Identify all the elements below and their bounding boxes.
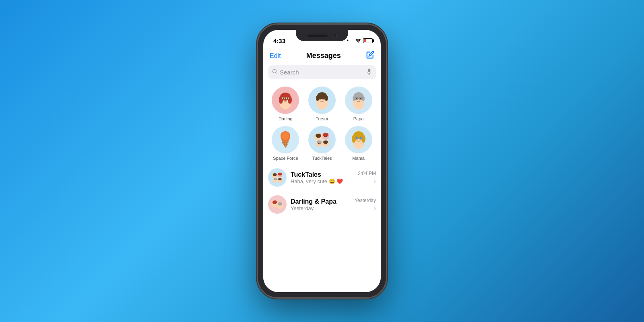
pinned-contacts-row1: Darling <box>263 85 381 124</box>
pinned-contact-trevor[interactable]: Trevor <box>306 87 338 121</box>
svg-point-50 <box>318 137 320 138</box>
side-button-power <box>386 89 388 117</box>
svg-point-54 <box>326 136 327 137</box>
pinned-contact-spaceforce[interactable]: Space Force <box>269 126 301 161</box>
svg-point-62 <box>326 143 327 144</box>
status-time: 4:33 <box>273 37 285 44</box>
svg-point-61 <box>324 143 325 144</box>
svg-point-52 <box>323 133 328 137</box>
conv-name-tucktales: TuckTales <box>291 171 354 178</box>
notch <box>296 30 348 41</box>
svg-point-0 <box>273 70 277 73</box>
contact-name-mama: Mama <box>352 156 365 161</box>
avatar-mama <box>345 126 372 153</box>
contact-name-spaceforce: Space Force <box>273 156 298 161</box>
svg-point-58 <box>319 143 320 144</box>
svg-point-80 <box>274 178 277 180</box>
messages-header: Edit Messages <box>263 47 381 65</box>
svg-point-12 <box>283 97 284 99</box>
front-camera <box>334 34 337 37</box>
svg-point-24 <box>323 98 325 100</box>
conv-preview-darling-papa: Yesterday <box>291 205 351 211</box>
microphone-icon <box>367 68 372 76</box>
svg-point-85 <box>272 200 277 204</box>
speaker <box>308 35 328 37</box>
svg-point-69 <box>355 137 357 139</box>
messages-app: Edit Messages <box>263 47 381 292</box>
svg-point-78 <box>278 173 282 175</box>
svg-point-82 <box>278 178 282 180</box>
svg-rect-1 <box>368 68 370 72</box>
conversation-darling-papa[interactable]: Darling & Papa Yesterday Yesterday › <box>268 191 376 218</box>
edit-button[interactable]: Edit <box>270 52 281 60</box>
svg-point-35 <box>360 98 361 99</box>
svg-point-56 <box>317 140 322 144</box>
svg-point-48 <box>316 134 321 138</box>
battery-icon <box>363 38 373 43</box>
wifi-svg-icon <box>355 39 361 43</box>
pinned-contact-mama[interactable]: Mama <box>343 126 375 161</box>
svg-point-21 <box>316 95 319 101</box>
conv-name-darling-papa: Darling & Papa <box>291 198 351 205</box>
svg-point-46 <box>310 127 334 152</box>
pinned-contact-darling[interactable]: Darling <box>269 87 301 121</box>
svg-point-49 <box>317 137 318 138</box>
messages-title: Messages <box>306 52 341 60</box>
conv-time-tucktales: 3:04 PM <box>358 171 376 176</box>
avatar-darling <box>272 87 299 114</box>
svg-point-57 <box>318 143 319 144</box>
conv-meta-tucktales: 3:04 PM › <box>358 171 376 184</box>
wifi-icon: • <box>347 37 353 44</box>
contact-name-darling: Darling <box>279 116 293 121</box>
svg-point-53 <box>324 136 325 137</box>
svg-point-74 <box>268 169 286 186</box>
svg-point-87 <box>278 202 282 206</box>
conv-avatar-darling-papa <box>268 195 287 214</box>
search-bar[interactable]: Search <box>268 65 376 79</box>
phone-screen: 4:33 ···· • <box>263 30 381 292</box>
contact-name-tucktales: TuckTales <box>312 156 332 161</box>
avatar-trevor <box>308 87 336 114</box>
avatar-spaceforce <box>272 126 299 153</box>
conv-body-darling-papa: Darling & Papa Yesterday <box>291 198 351 211</box>
search-icon <box>272 69 277 75</box>
phone-body: 4:33 ···· • <box>258 24 386 298</box>
conv-body-tucktales: TuckTales Haha, very cute 😄 ❤️ <box>291 171 354 184</box>
avatar-papa <box>345 87 372 114</box>
compose-button[interactable] <box>366 51 374 61</box>
svg-point-13 <box>287 97 288 99</box>
conv-preview-tucktales: Haha, very cute 😄 ❤️ <box>291 178 354 184</box>
pinned-contact-papa[interactable]: Papa <box>343 87 375 121</box>
conversation-tucktales[interactable]: TuckTales Haha, very cute 😄 ❤️ 3:04 PM › <box>268 164 376 191</box>
contact-name-trevor: Trevor <box>316 116 328 121</box>
svg-point-22 <box>325 95 328 101</box>
pinned-contacts-row2: Space Force <box>263 124 381 164</box>
contact-name-papa: Papa <box>353 116 364 121</box>
chevron-right-icon-2: › <box>374 205 376 211</box>
svg-point-60 <box>323 140 328 144</box>
status-icons: ···· • <box>342 37 373 44</box>
conversation-list: TuckTales Haha, very cute 😄 ❤️ 3:04 PM › <box>263 164 381 218</box>
svg-point-76 <box>273 173 277 176</box>
svg-point-34 <box>356 98 357 99</box>
background: 4:33 ···· • <box>258 24 386 298</box>
avatar-tucktales <box>308 126 336 153</box>
conv-time-darling-papa: Yesterday <box>355 198 376 203</box>
svg-point-70 <box>359 137 361 139</box>
battery-fill <box>364 39 366 42</box>
chevron-right-icon: › <box>374 178 376 184</box>
pinned-contact-tucktales[interactable]: TuckTales <box>306 126 338 161</box>
svg-point-23 <box>319 98 321 100</box>
conv-avatar-tucktales <box>268 168 287 187</box>
conv-meta-darling-papa: Yesterday › <box>355 198 376 211</box>
search-placeholder: Search <box>280 69 364 76</box>
svg-point-45 <box>281 132 289 140</box>
phone-wrapper: 4:33 ···· • <box>258 24 386 298</box>
